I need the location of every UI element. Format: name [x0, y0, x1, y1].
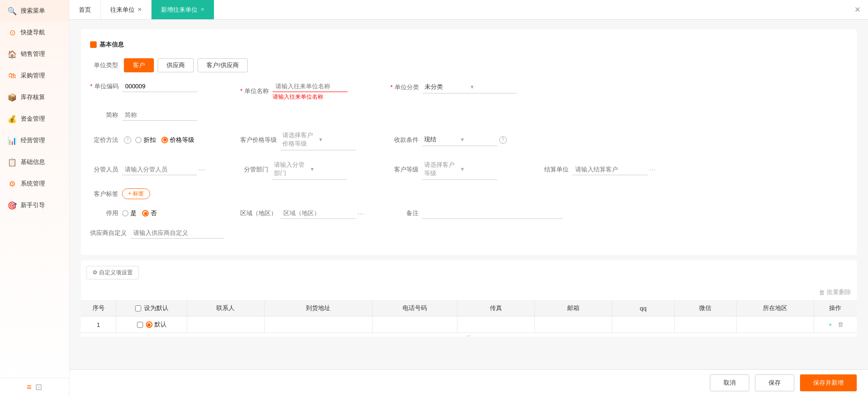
form-group-settlement: 结算单位 ···: [541, 164, 672, 175]
sidebar-item-quick-nav[interactable]: ⊙ 快捷导航: [0, 22, 69, 43]
content-area: 基本信息 单位类型 客户 供应商 客户/供应商 单位编码 单位名称: [69, 20, 868, 369]
unit-category-label: 单位分类: [390, 83, 419, 92]
table-row: 1 默认: [81, 317, 857, 333]
unit-name-input[interactable]: [273, 81, 348, 92]
row-region-input[interactable]: [756, 321, 794, 328]
td-qq[interactable]: [612, 317, 674, 333]
form-row-unit-info: 单位编码 单位名称 请输入往来单位名称 单位分类 未分类 ▼: [90, 81, 847, 101]
td-address[interactable]: [264, 317, 372, 333]
td-contact[interactable]: [187, 317, 264, 333]
td-email[interactable]: [535, 317, 612, 333]
contact-input[interactable]: [207, 321, 244, 328]
section-title: 基本信息: [90, 40, 847, 49]
sidebar-item-operations[interactable]: 📊 经营管理: [0, 130, 69, 151]
manager-input[interactable]: [122, 164, 197, 175]
form-group-tags: 客户标签 + 标签: [90, 188, 221, 199]
radio-price-level[interactable]: 价格等级: [161, 136, 194, 144]
sidebar-home-icon[interactable]: ⊡: [35, 382, 42, 392]
th-action: 操作: [814, 300, 857, 317]
radio-discount-circle: [135, 137, 142, 143]
customer-level-arrow: ▼: [460, 166, 495, 172]
dept-select[interactable]: 请输入分管部门 ▼: [272, 159, 347, 180]
sidebar-item-guide[interactable]: 🎯 新手引导: [0, 194, 69, 216]
unit-code-input[interactable]: [122, 81, 198, 92]
radio-discount[interactable]: 折扣: [135, 136, 156, 144]
radio-disable-yes[interactable]: 是: [122, 209, 137, 217]
supplier-custom-label: 供应商自定义: [90, 229, 127, 237]
td-wechat[interactable]: [674, 317, 736, 333]
tab-bar: 首页 往来单位 ✕ 新增往来单位 ✕ ✕: [69, 0, 868, 20]
tab-new-partner[interactable]: 新增往来单位 ✕: [152, 0, 214, 19]
sidebar-item-search[interactable]: 🔍 搜索菜单: [0, 0, 69, 22]
customer-tag-label: 客户标签: [90, 190, 118, 198]
tab-partners[interactable]: 往来单位 ✕: [101, 0, 152, 19]
form-group-disable: 停用 是 否: [90, 209, 221, 217]
tab-home[interactable]: 首页: [69, 0, 101, 19]
sidebar-item-basic-info[interactable]: 📋 基础信息: [0, 151, 69, 173]
tab-new-partner-close[interactable]: ✕: [200, 7, 205, 13]
btn-type-both[interactable]: 客户/供应商: [198, 58, 248, 72]
cancel-button[interactable]: 取消: [710, 374, 749, 391]
sidebar-item-purchase[interactable]: 🛍 采购管理: [0, 65, 69, 86]
sidebar-item-sales[interactable]: 🏠 销售管理: [0, 43, 69, 65]
th-email: 邮箱: [535, 300, 612, 317]
th-checkbox[interactable]: [135, 305, 141, 311]
customer-level-select[interactable]: 请选择客户等级 ▼: [422, 159, 497, 180]
customer-price-arrow: ▼: [318, 137, 354, 142]
purchase-icon: 🛍: [8, 71, 17, 80]
payment-terms-help-icon[interactable]: ?: [499, 136, 507, 144]
sidebar-collapse-icon[interactable]: ≡: [27, 382, 32, 392]
short-name-input[interactable]: [122, 109, 197, 121]
btn-type-supplier[interactable]: 供应商: [158, 58, 194, 72]
th-default: 设为默认: [116, 300, 187, 317]
btn-type-customer[interactable]: 客户: [124, 58, 154, 72]
table-card: ⚙ 自定义项设置 🗑 批量删除 序号 设为默认: [81, 260, 857, 337]
row-del-btn[interactable]: 🗑: [838, 321, 844, 328]
wechat-input[interactable]: [691, 321, 719, 328]
td-phone[interactable]: [372, 317, 457, 333]
th-address: 到货地址: [264, 300, 372, 317]
phone-input[interactable]: [394, 321, 436, 328]
save-button[interactable]: 保存: [755, 374, 794, 391]
add-tag-button[interactable]: + 标签: [122, 188, 150, 199]
row-add-btn[interactable]: ＋: [827, 321, 833, 328]
sidebar-item-finance[interactable]: 💰 资金管理: [0, 108, 69, 130]
th-contact: 联系人: [187, 300, 264, 317]
radio-disable-no-circle: [142, 210, 149, 217]
manager-more-btn[interactable]: ···: [199, 166, 206, 173]
save-new-button[interactable]: 保存并新增: [800, 374, 857, 391]
tab-partners-close[interactable]: ✕: [137, 7, 142, 13]
sidebar-item-system[interactable]: ⚙ 系统管理: [0, 173, 69, 194]
form-row-short-name: 简称: [90, 109, 847, 121]
tab-bar-global-close[interactable]: ✕: [847, 5, 868, 14]
supplier-custom-input[interactable]: [130, 227, 224, 239]
finance-icon: 💰: [8, 114, 17, 124]
email-input[interactable]: [555, 321, 592, 328]
row-checkbox[interactable]: [137, 322, 143, 328]
custom-settings-button[interactable]: ⚙ 自定义项设置: [86, 266, 139, 280]
disable-radio-group: 是 否: [122, 209, 157, 217]
address-input[interactable]: [290, 321, 346, 328]
td-fax[interactable]: [457, 317, 535, 333]
batch-delete-button[interactable]: 🗑 批量删除: [819, 288, 851, 296]
remark-input[interactable]: [422, 208, 563, 219]
payment-terms-select[interactable]: 现结 ▼: [422, 133, 497, 146]
unit-category-select[interactable]: 未分类 ▼: [423, 81, 517, 93]
settlement-input[interactable]: [572, 164, 647, 175]
qq-input[interactable]: [629, 321, 657, 328]
unit-name-error-msg: 请输入往来单位名称: [273, 93, 348, 101]
settlement-more-btn[interactable]: ···: [649, 166, 656, 173]
region-input[interactable]: [281, 208, 356, 219]
fax-input[interactable]: [477, 321, 515, 328]
td-region[interactable]: [736, 317, 814, 333]
region-more-btn[interactable]: ···: [358, 210, 364, 217]
radio-price-level-circle: [161, 137, 168, 143]
radio-disable-no[interactable]: 否: [142, 209, 157, 217]
scrollbar-thumb: [467, 335, 471, 337]
table-actions: 🗑 批量删除: [81, 284, 857, 300]
unit-type-row: 单位类型 客户 供应商 客户/供应商: [90, 58, 847, 72]
customer-price-select[interactable]: 请选择客户价格等级 ▼: [281, 129, 356, 150]
pricing-help-icon[interactable]: ?: [124, 136, 131, 144]
row-default-radio[interactable]: 默认: [146, 320, 167, 329]
sidebar-item-inventory[interactable]: 📦 库存核算: [0, 86, 69, 108]
